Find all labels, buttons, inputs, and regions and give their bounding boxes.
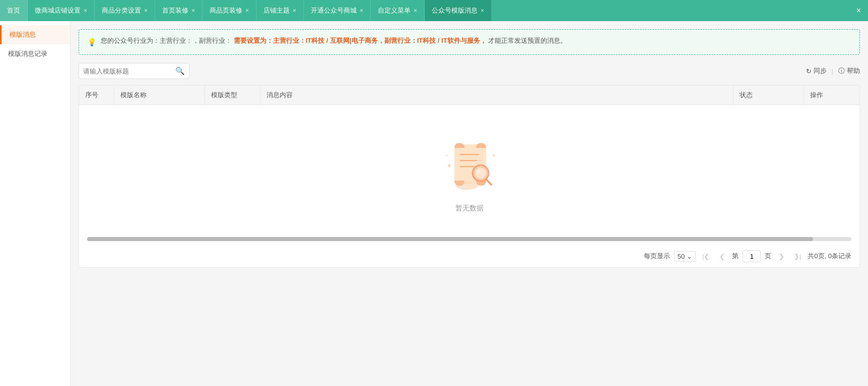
nav-tab-store-theme-close[interactable]: × <box>293 7 296 14</box>
nav-tab-template-msg-label: 公众号模版消息 <box>432 6 478 15</box>
nav-tab-home-decoration[interactable]: 首页装修 × <box>155 0 203 21</box>
prev-page-button[interactable]: ❮ <box>716 250 728 262</box>
svg-point-8 <box>448 164 451 167</box>
main-layout: 模版消息 模版消息记录 💡 您的公众号行业为：主营行业：，副营行业： 需要设置为… <box>0 21 868 386</box>
nav-tab-product-decoration-close[interactable]: × <box>245 7 249 14</box>
nav-tab-shop-settings-close[interactable]: × <box>84 7 87 14</box>
nav-tab-template-msg-close[interactable]: × <box>481 7 484 14</box>
nav-tab-custom-menu-label: 自定义菜单 <box>378 6 411 15</box>
scroll-thumb[interactable] <box>87 237 813 241</box>
page-size-label: 每页显示 <box>644 252 670 261</box>
bulb-icon: 💡 <box>87 36 97 48</box>
col-status: 状态 <box>733 86 804 105</box>
nav-tab-shop-settings-label: 微商城店铺设置 <box>35 6 81 15</box>
col-index: 序号 <box>79 86 114 105</box>
pagination: 每页显示 50 ⌄ |❮ ❮ 第 页 ❯ ❯| 共0页, 0条记录 <box>79 245 859 267</box>
svg-point-9 <box>492 155 495 157</box>
nav-tab-category-settings-label: 商品分类设置 <box>102 6 141 15</box>
content-area: 💡 您的公众号行业为：主营行业：，副营行业： 需要设置为：主营行业：IT科技 /… <box>71 21 868 386</box>
empty-illustration <box>439 135 500 196</box>
search-input[interactable] <box>83 67 173 75</box>
table-container: 序号 模版名称 模版类型 消息内容 状态 操作 <box>79 85 860 268</box>
nav-tab-home-decoration-close[interactable]: × <box>191 7 195 14</box>
nav-tab-product-decoration[interactable]: 商品页装修 × <box>203 0 256 21</box>
top-nav: 首页 微商城店铺设置 × 商品分类设置 × 首页装修 × 商品页装修 × 店铺主… <box>0 0 868 21</box>
svg-line-6 <box>486 179 491 185</box>
nav-tab-open-mall-close[interactable]: × <box>360 7 363 14</box>
table-header: 序号 模版名称 模版类型 消息内容 状态 操作 <box>79 86 859 105</box>
toolbar-divider: | <box>832 67 833 75</box>
svg-point-5 <box>475 168 486 179</box>
page-number-input[interactable] <box>743 250 761 262</box>
nav-tab-store-theme-label: 店铺主题 <box>263 6 290 15</box>
info-banner-highlight: 需要设置为：主营行业：IT科技 / 互联网|电子商务，副营行业：IT科技 / I… <box>234 37 487 44</box>
empty-text: 暂无数据 <box>455 204 484 213</box>
nav-tab-product-decoration-label: 商品页装修 <box>210 6 242 15</box>
page-size-value: 50 <box>678 253 685 260</box>
col-type: 模版类型 <box>205 86 260 105</box>
nav-tab-home-decoration-label: 首页装修 <box>162 6 188 15</box>
scroll-track[interactable] <box>87 237 851 241</box>
col-name: 模版名称 <box>114 86 205 105</box>
page-label-suf: 页 <box>765 252 771 261</box>
sidebar-item-template-msg-record[interactable]: 模版消息记录 <box>0 44 70 63</box>
last-page-button[interactable]: ❯| <box>791 250 804 262</box>
svg-point-7 <box>477 169 481 173</box>
nav-tab-category-settings[interactable]: 商品分类设置 × <box>95 0 155 21</box>
nav-tab-home-label: 首页 <box>7 6 20 15</box>
nav-tab-category-settings-close[interactable]: × <box>144 7 148 14</box>
sync-button[interactable]: ↻ 同步 <box>806 66 827 75</box>
nav-tab-open-mall-label: 开通公众号商城 <box>311 6 357 15</box>
info-banner: 💡 您的公众号行业为：主营行业：，副营行业： 需要设置为：主营行业：IT科技 /… <box>79 29 860 55</box>
total-info: 共0页, 0条记录 <box>808 252 851 261</box>
toolbar-right: ↻ 同步 | ⓘ 帮助 <box>806 66 860 75</box>
close-all-button[interactable]: × <box>849 0 868 21</box>
chevron-down-icon: ⌄ <box>687 253 692 260</box>
search-input-wrap[interactable]: 🔍 <box>79 63 189 79</box>
first-page-button[interactable]: |❮ <box>700 250 712 262</box>
svg-point-10 <box>446 155 448 157</box>
col-actions: 操作 <box>804 86 859 105</box>
sync-icon: ↻ <box>806 67 812 75</box>
next-page-button[interactable]: ❯ <box>775 250 787 262</box>
page-size-select[interactable]: 50 ⌄ <box>674 251 696 262</box>
nav-tab-shop-settings[interactable]: 微商城店铺设置 × <box>28 0 95 21</box>
nav-tab-custom-menu[interactable]: 自定义菜单 × <box>371 0 425 21</box>
search-icon[interactable]: 🔍 <box>175 66 185 75</box>
nav-tab-store-theme[interactable]: 店铺主题 × <box>256 0 304 21</box>
nav-tab-template-msg[interactable]: 公众号模版消息 × <box>425 0 492 21</box>
info-banner-suffix: 才能正常发送预置的消息。 <box>488 37 567 44</box>
empty-state: 暂无数据 <box>79 105 859 233</box>
nav-tab-home[interactable]: 首页 <box>0 0 28 21</box>
help-icon: ⓘ <box>838 66 845 75</box>
search-bar: 🔍 ↻ 同步 | ⓘ 帮助 <box>79 63 860 79</box>
nav-tab-open-mall[interactable]: 开通公众号商城 × <box>304 0 371 21</box>
info-banner-prefix: 您的公众号行业为：主营行业：，副营行业： <box>101 37 232 44</box>
nav-tab-custom-menu-close[interactable]: × <box>414 7 417 14</box>
sidebar-item-template-msg[interactable]: 模版消息 <box>0 25 70 44</box>
col-content: 消息内容 <box>260 86 733 105</box>
sidebar: 模版消息 模版消息记录 <box>0 21 71 386</box>
help-button[interactable]: ⓘ 帮助 <box>838 66 860 75</box>
page-label-pre: 第 <box>732 252 739 261</box>
